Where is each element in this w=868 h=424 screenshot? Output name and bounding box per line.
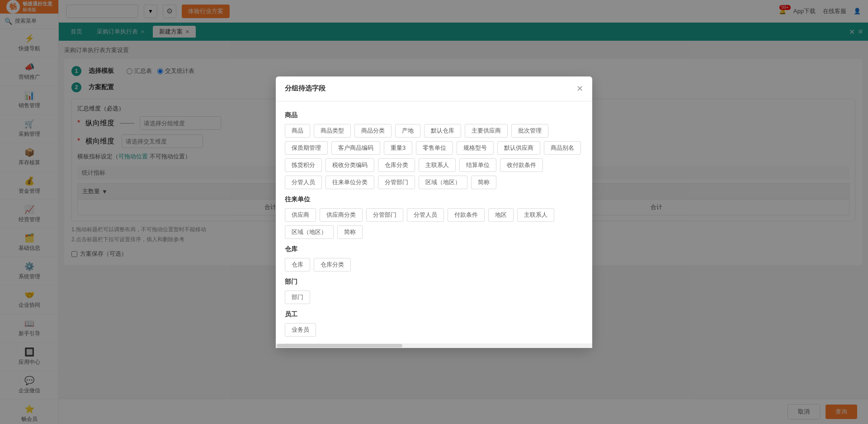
field-fenguanrenyuan[interactable]: 分管人员 — [285, 176, 322, 189]
field-jian-jiefen[interactable]: 拣货积分 — [285, 158, 322, 172]
section-dept-title: 部门 — [285, 278, 583, 286]
section-partner-fields: 供应商 供应商分类 分管部门 分管人员 付款条件 地区 主联系人 区域（地区） … — [285, 208, 583, 239]
field-moren-gongyingshang[interactable]: 默认供应商 — [497, 141, 540, 155]
field-bumen[interactable]: 部门 — [285, 291, 310, 304]
field-gongyingshang[interactable]: 供应商 — [285, 208, 316, 222]
section-warehouse-fields: 仓库 仓库分类 — [285, 258, 583, 272]
field-diqu[interactable]: 地区 — [488, 208, 514, 222]
field-zhu-lianxiren[interactable]: 主联系人 — [419, 158, 456, 172]
modal: 分组待选字段 ✕ 商品 商品 商品类型 商品分类 产地 默认仓库 主要供应商 批… — [276, 76, 592, 348]
field-lingshou-danwei[interactable]: 零售单位 — [416, 141, 453, 155]
field-yewuyuan[interactable]: 业务员 — [285, 323, 316, 337]
field-wanglaidanwei-fenlei[interactable]: 往来单位分类 — [326, 176, 374, 189]
field-zhuyao-gongyingshang[interactable]: 主要供应商 — [465, 124, 508, 138]
modal-title: 分组待选字段 — [285, 84, 326, 93]
field-fenguanbu-partner[interactable]: 分管部门 — [366, 208, 403, 222]
section-employee-title: 员工 — [285, 310, 583, 319]
field-guige-xinghao[interactable]: 规格型号 — [457, 141, 494, 155]
field-fukuan-tiaojian[interactable]: 付款条件 — [448, 208, 485, 222]
field-shangpin[interactable]: 商品 — [285, 124, 310, 138]
field-kehu-bianhao[interactable]: 客户商品编码 — [331, 141, 380, 155]
section-warehouse-title: 仓库 — [285, 245, 583, 253]
field-jiancheng[interactable]: 简称 — [471, 176, 496, 189]
modal-overlay: 分组待选字段 ✕ 商品 商品 商品类型 商品分类 产地 默认仓库 主要供应商 批… — [0, 0, 868, 424]
modal-close-button[interactable]: ✕ — [576, 84, 583, 94]
field-fenguanbu[interactable]: 分管部门 — [378, 176, 415, 189]
field-baozhi-guanli[interactable]: 保质期管理 — [285, 141, 328, 155]
section-dept-fields: 部门 — [285, 291, 583, 304]
modal-header: 分组待选字段 ✕ — [276, 76, 592, 101]
modal-body: 商品 商品 商品类型 商品分类 产地 默认仓库 主要供应商 批次管理 保质期管理… — [276, 101, 592, 343]
field-cangku-fenlei[interactable]: 仓库分类 — [378, 158, 415, 172]
field-gongyingshang-fenlei[interactable]: 供应商分类 — [320, 208, 363, 222]
section-goods-fields: 商品 商品类型 商品分类 产地 默认仓库 主要供应商 批次管理 保质期管理 客户… — [285, 124, 583, 189]
field-moren-cangku[interactable]: 默认仓库 — [424, 124, 461, 138]
field-quyu-diqu[interactable]: 区域（地区） — [419, 176, 467, 189]
field-shangpin-leixing[interactable]: 商品类型 — [314, 124, 351, 138]
field-chandi[interactable]: 产地 — [395, 124, 420, 138]
section-employee-fields: 业务员 — [285, 323, 583, 337]
field-quyu-diqu-partner[interactable]: 区域（地区） — [285, 225, 334, 239]
field-pici-guanli[interactable]: 批次管理 — [511, 124, 548, 138]
section-goods-title: 商品 — [285, 111, 583, 119]
field-zhu-lianxiren-partner[interactable]: 主联系人 — [517, 208, 554, 222]
field-fenguanrenyuan-partner[interactable]: 分管人员 — [407, 208, 444, 222]
field-shuishou-bianhao[interactable]: 税收分类编码 — [326, 158, 374, 172]
section-partner-title: 往来单位 — [285, 195, 583, 204]
field-jiesuan-danwei[interactable]: 结算单位 — [459, 158, 496, 172]
field-shangpin-fenlei[interactable]: 商品分类 — [354, 124, 392, 138]
modal-hscroll-thumb — [277, 344, 402, 348]
field-jiancheng-partner[interactable]: 简称 — [337, 225, 363, 239]
field-cangku[interactable]: 仓库 — [285, 258, 310, 272]
modal-horizontal-scrollbar[interactable] — [276, 343, 592, 348]
field-shoufukuan-tiaojian[interactable]: 收付款条件 — [500, 158, 543, 172]
field-shangpin-biemg[interactable]: 商品别名 — [544, 141, 581, 155]
field-zhongliang[interactable]: 重量3 — [384, 141, 412, 155]
field-cangku-fenlei2[interactable]: 仓库分类 — [314, 258, 351, 272]
